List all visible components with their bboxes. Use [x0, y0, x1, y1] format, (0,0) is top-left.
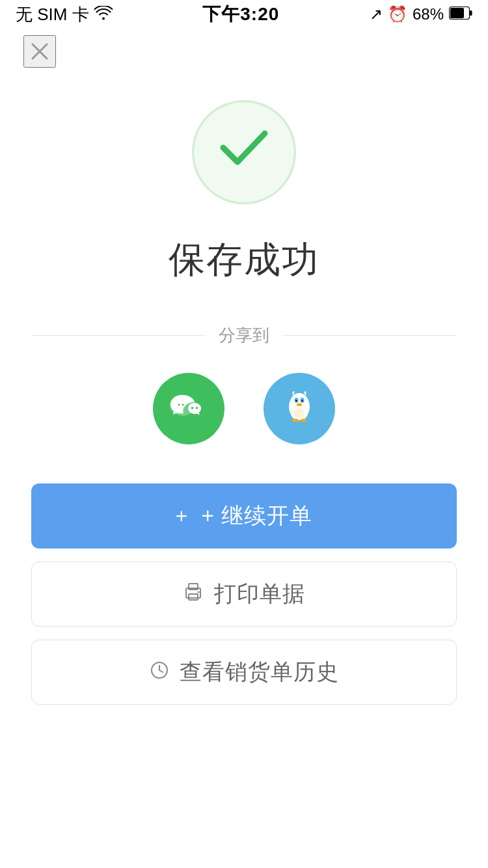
battery-text: 68%	[413, 5, 444, 23]
print-button[interactable]: 打印单据	[31, 562, 457, 627]
svg-point-7	[191, 407, 194, 409]
history-icon	[150, 660, 169, 685]
svg-rect-2	[450, 8, 464, 18]
svg-point-10	[182, 404, 184, 406]
sim-text: 无 SIM 卡	[16, 3, 89, 26]
checkmark-icon	[218, 125, 270, 177]
location-icon: ↗	[370, 5, 383, 23]
continue-label: + 继续开单	[201, 501, 312, 531]
svg-point-21	[300, 419, 306, 422]
print-label: 打印单据	[214, 579, 305, 609]
svg-point-9	[178, 404, 180, 406]
divider-row: 分享到	[0, 324, 488, 347]
svg-point-16	[301, 400, 303, 402]
history-button[interactable]: 查看销货单历史	[31, 640, 457, 705]
svg-rect-24	[189, 594, 198, 600]
battery-icon	[449, 5, 472, 23]
svg-point-15	[295, 400, 297, 402]
history-label: 查看销货单历史	[180, 657, 339, 687]
divider-left	[31, 335, 206, 336]
wechat-share-button[interactable]	[153, 373, 224, 444]
status-left: 无 SIM 卡	[16, 3, 113, 26]
svg-rect-1	[470, 10, 472, 16]
share-section: 分享到	[0, 324, 488, 444]
status-time: 下午3:20	[202, 2, 279, 27]
wifi-icon	[94, 5, 113, 25]
close-button[interactable]	[23, 35, 56, 68]
success-icon-circle	[192, 100, 296, 204]
buttons-section: + + 继续开单 打印单据 查看销货单历	[0, 483, 488, 705]
printer-icon	[183, 582, 204, 607]
main-content: 保存成功 分享到	[0, 29, 488, 705]
svg-point-20	[292, 419, 299, 422]
svg-point-19	[294, 408, 305, 418]
status-right: ↗ ⏰ 68%	[370, 5, 472, 23]
continue-button[interactable]: + + 继续开单	[31, 483, 457, 549]
status-bar: 无 SIM 卡 下午3:20 ↗ ⏰ 68%	[0, 0, 488, 29]
share-label: 分享到	[206, 324, 282, 347]
alarm-icon: ⏰	[388, 5, 407, 23]
divider-right	[282, 335, 457, 336]
share-icons-row	[153, 373, 335, 444]
plus-icon: +	[176, 504, 189, 528]
qq-share-button[interactable]	[264, 373, 335, 444]
success-title: 保存成功	[169, 236, 319, 285]
svg-point-8	[196, 407, 198, 409]
svg-point-25	[198, 591, 200, 593]
svg-point-17	[297, 403, 302, 407]
